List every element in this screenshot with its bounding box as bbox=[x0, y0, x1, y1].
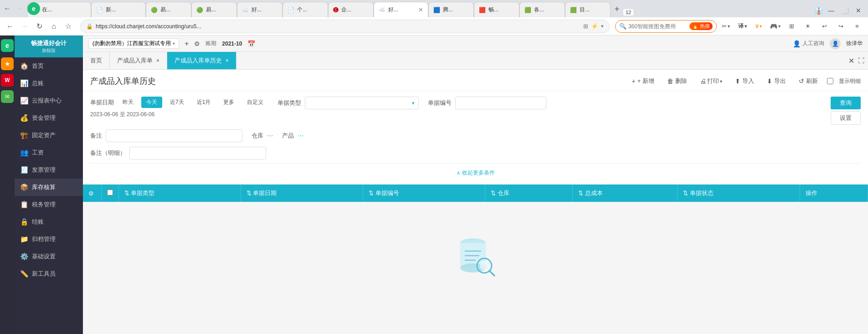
th-total-cost[interactable]: ⇅ 总成本 bbox=[573, 185, 678, 202]
window-minimize-btn[interactable]: — bbox=[825, 5, 837, 15]
browser-tab[interactable]: 🟩 目... bbox=[565, 2, 611, 17]
date-btn-custom[interactable]: 自定义 bbox=[242, 97, 268, 108]
sidebar-item-closing[interactable]: 🔒 结账 bbox=[15, 213, 83, 231]
th-number[interactable]: ⇅ 单据编号 bbox=[363, 185, 485, 202]
search-input[interactable] bbox=[628, 23, 688, 30]
browser-tab[interactable]: 📄 新... bbox=[91, 2, 146, 17]
browser-tab[interactable]: 🅒 企... bbox=[328, 2, 374, 17]
address-bar[interactable]: 🔒 https://cloud.chanjet.com/accounting/u… bbox=[80, 20, 610, 33]
redo-btn[interactable]: ↪ bbox=[833, 20, 848, 33]
warehouse-dots-btn[interactable]: ··· bbox=[267, 132, 273, 140]
user-avatar[interactable]: 👤 bbox=[830, 38, 841, 49]
brightness-btn[interactable]: ☀ bbox=[801, 20, 815, 33]
date-btn-today[interactable]: 今天 bbox=[141, 97, 162, 108]
translate-btn[interactable]: 译▾ bbox=[735, 20, 750, 33]
game-btn[interactable]: 🎮▾ bbox=[768, 20, 782, 33]
th-type[interactable]: ⇅ 单据类型 bbox=[118, 185, 241, 202]
sidebar-item-ledger[interactable]: 📊 总账 bbox=[15, 75, 83, 92]
sidebar-item-archive[interactable]: 📁 归档管理 bbox=[15, 231, 83, 248]
th-checkbox[interactable] bbox=[101, 185, 118, 202]
delete-btn[interactable]: 🗑 删除 bbox=[663, 75, 691, 87]
breadcrumb-list-tab-close-icon[interactable]: × bbox=[156, 57, 159, 64]
tab-title: 好... bbox=[252, 6, 262, 14]
browser-tab[interactable]: 🟢 易... bbox=[146, 2, 191, 17]
browser-tab[interactable]: 🟥 畅... bbox=[474, 2, 519, 17]
detail-note-filter-input[interactable] bbox=[129, 147, 266, 159]
sidebar-item-home[interactable]: 🏠 首页 bbox=[15, 57, 83, 75]
nav-forward-btn[interactable]: → bbox=[18, 20, 31, 33]
date-btn-7days[interactable]: 近7天 bbox=[165, 97, 189, 108]
number-filter-input[interactable] bbox=[455, 97, 546, 109]
tab-close-icon[interactable]: ✕ bbox=[418, 6, 423, 13]
window-close-btn[interactable]: ✕ bbox=[853, 5, 864, 15]
date-btn-more[interactable]: 更多 bbox=[218, 97, 239, 108]
sidebar-item-tax[interactable]: 📋 税务管理 bbox=[15, 196, 83, 213]
user-name-label[interactable]: 徐泽华 bbox=[846, 40, 863, 47]
new-tab-button[interactable]: + bbox=[611, 3, 623, 15]
icon-sidebar-email[interactable]: ✉ bbox=[1, 90, 14, 103]
browser-tab[interactable]: 🟦 腾... bbox=[428, 2, 474, 17]
sidebar-item-fixed-assets[interactable]: 🏗️ 固定资产 bbox=[15, 127, 83, 144]
icon-sidebar-chanjet[interactable]: e bbox=[1, 39, 14, 52]
sidebar-item-inventory[interactable]: 📦 库存核算 bbox=[15, 179, 83, 196]
tab-bar: ← → e 🔵 在... 📄 新... 🟢 易... 🟢 易... ☁️ 好..… bbox=[0, 0, 868, 17]
search-bar[interactable]: 🔍 🔥 热搜 bbox=[615, 20, 717, 33]
sidebar-item-fund[interactable]: 💰 资金管理 bbox=[15, 109, 83, 127]
browser-tab[interactable]: 🟩 各... bbox=[519, 2, 565, 17]
add-company-btn[interactable]: + bbox=[185, 40, 189, 48]
th-status[interactable]: ⇅ 单据状态 bbox=[678, 185, 800, 202]
sidebar-item-payroll[interactable]: 👥 工资 bbox=[15, 144, 83, 161]
menu-btn[interactable]: ≡ bbox=[850, 20, 864, 33]
show-detail-checkbox[interactable] bbox=[827, 78, 833, 84]
icon-sidebar-weibo[interactable]: W bbox=[1, 74, 14, 87]
calendar-icon[interactable]: 📅 bbox=[247, 40, 255, 47]
import-btn[interactable]: ⬆ 导入 bbox=[731, 75, 758, 87]
refresh-btn[interactable]: ↺ 刷新 bbox=[795, 75, 822, 87]
th-date[interactable]: ⇅ 单据日期 bbox=[241, 185, 363, 202]
breadcrumb-history-tab-close-icon[interactable]: × bbox=[226, 57, 229, 64]
undo-btn[interactable]: ↩ bbox=[817, 20, 832, 33]
export-btn[interactable]: ⬇ 导出 bbox=[763, 75, 790, 87]
sidebar-item-new-entry[interactable]: ✏️ 新工具员 bbox=[15, 265, 83, 283]
date-btn-1month[interactable]: 近1月 bbox=[192, 97, 216, 108]
print-btn[interactable]: 🖨 打印 ▾ bbox=[696, 75, 726, 87]
select-all-checkbox[interactable] bbox=[107, 190, 113, 195]
th-warehouse[interactable]: ⇅ 仓库 bbox=[485, 185, 573, 202]
yen-btn[interactable]: ¥▾ bbox=[751, 20, 766, 33]
breadcrumb-list-tab[interactable]: 产成品入库单 × bbox=[110, 52, 167, 69]
product-dots-btn[interactable]: ··· bbox=[298, 132, 303, 140]
collapse-btn[interactable]: ∧ 收起更多条件 bbox=[90, 167, 861, 179]
company-settings-btn[interactable]: ⚙ bbox=[194, 40, 200, 47]
query-button[interactable]: 查询 bbox=[831, 97, 861, 109]
date-btn-yesterday[interactable]: 昨天 bbox=[118, 97, 139, 108]
window-maximize-btn[interactable]: ⬜ bbox=[839, 5, 851, 15]
browser-tab-active[interactable]: ☁️ 好... ✕ bbox=[374, 2, 428, 17]
nav-home-btn[interactable]: ⌂ bbox=[47, 20, 60, 33]
company-selector[interactable]: (勿删勿禁用）江西服宝测试专用 ▾ bbox=[88, 38, 179, 49]
sidebar-item-settings[interactable]: ⚙️ 基础设置 bbox=[15, 248, 83, 265]
browser-tab[interactable]: ☁️ 好... bbox=[237, 2, 282, 17]
grid-view-btn[interactable]: ⊞ bbox=[784, 20, 799, 33]
type-filter-select[interactable]: ▾ bbox=[305, 97, 419, 109]
nav-refresh-btn[interactable]: ↻ bbox=[33, 20, 46, 33]
page-expand-icon[interactable]: ⛶ bbox=[858, 57, 864, 64]
user-service-btn[interactable]: 👤 人工咨询 bbox=[793, 40, 824, 47]
sidebar-item-cloud-report[interactable]: 📈 云报表中心 bbox=[15, 92, 83, 109]
browser-tab[interactable]: 📄 个... bbox=[282, 2, 328, 17]
sidebar-item-invoice[interactable]: 🧾 发票管理 bbox=[15, 161, 83, 179]
th-settings[interactable]: ⚙ bbox=[83, 185, 101, 202]
browser-forward-btn[interactable]: → bbox=[14, 3, 25, 14]
address-text: https://cloud.chanjet.com/accounting/uru… bbox=[96, 23, 201, 30]
settings-button[interactable]: 设置 bbox=[831, 111, 861, 125]
note-filter-input[interactable] bbox=[106, 129, 242, 142]
scissors-btn[interactable]: ✂▾ bbox=[719, 20, 733, 33]
breadcrumb-home[interactable]: 首页 bbox=[83, 52, 110, 69]
browser-tab[interactable]: 🟢 易... bbox=[191, 2, 237, 17]
breadcrumb-history-tab[interactable]: 产成品入库单历史 × bbox=[167, 52, 236, 69]
page-close-icon[interactable]: ✕ bbox=[848, 57, 854, 65]
nav-bookmark-btn[interactable]: ☆ bbox=[62, 20, 75, 33]
nav-back-btn[interactable]: ← bbox=[4, 20, 16, 33]
icon-sidebar-star[interactable]: ★ bbox=[1, 57, 14, 70]
new-btn[interactable]: + + 新增 bbox=[628, 75, 658, 87]
browser-back-btn[interactable]: ← bbox=[2, 3, 13, 14]
